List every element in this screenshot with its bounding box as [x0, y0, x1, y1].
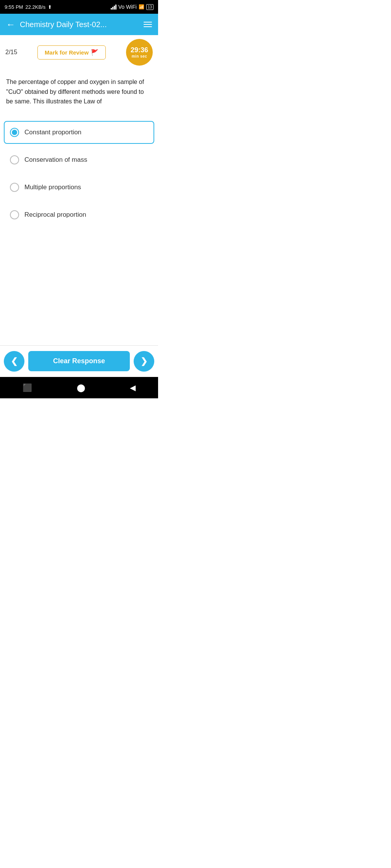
question-counter: 2/15	[5, 49, 17, 56]
wifi-signal-icon: 📶	[139, 4, 144, 10]
option-c[interactable]: Multiple proportions	[4, 176, 154, 199]
android-square-icon[interactable]: ⬛	[23, 383, 32, 392]
radio-inner-a	[12, 130, 17, 135]
wifi-icon: Vo WiFi	[118, 4, 137, 10]
android-nav-bar: ⬛ ⬤ ◀	[0, 377, 158, 398]
option-d-text: Reciprocal proportion	[24, 211, 86, 219]
menu-line-1	[144, 22, 152, 23]
back-button[interactable]: ←	[6, 19, 15, 30]
flag-icon: 🚩	[91, 49, 99, 56]
question-text: The percentage of copper and oxygen in s…	[6, 77, 152, 106]
status-bar: 9:55 PM 22.2KB/s ⬆ Vo WiFi 📶 13	[0, 0, 158, 14]
header: ← Chemistry Daily Test-02...	[0, 14, 158, 35]
status-time: 9:55 PM	[5, 4, 23, 10]
option-a[interactable]: Constant proportion	[4, 121, 154, 144]
spacer	[0, 231, 158, 345]
status-left: 9:55 PM 22.2KB/s ⬆	[5, 4, 52, 10]
menu-line-3	[144, 26, 152, 27]
sub-header: 2/15 Mark for Review 🚩 29:36 min sec	[0, 35, 158, 69]
option-c-text: Multiple proportions	[24, 184, 81, 191]
timer-label: min sec	[132, 54, 147, 58]
option-b[interactable]: Conservation of mass	[4, 148, 154, 171]
next-icon: ❯	[141, 356, 147, 366]
menu-button[interactable]	[144, 22, 152, 27]
radio-c	[10, 183, 19, 192]
prev-button[interactable]: ❮	[4, 351, 24, 372]
radio-a	[10, 128, 19, 137]
mark-for-review-button[interactable]: Mark for Review 🚩	[37, 45, 106, 60]
android-home-icon[interactable]: ⬤	[77, 383, 85, 392]
clear-response-button[interactable]: Clear Response	[28, 351, 130, 371]
option-b-text: Conservation of mass	[24, 156, 87, 164]
prev-icon: ❮	[11, 356, 18, 366]
header-title: Chemistry Daily Test-02...	[20, 20, 144, 29]
question-area: The percentage of copper and oxygen in s…	[0, 69, 158, 121]
radio-b	[10, 155, 19, 164]
mark-review-label: Mark for Review	[45, 49, 89, 56]
options-container: Constant proportion Conservation of mass…	[0, 121, 158, 231]
bottom-nav: ❮ Clear Response ❯	[0, 346, 158, 377]
timer-time: 29:36	[131, 46, 148, 55]
signal-icon	[111, 5, 116, 10]
battery-icon: 13	[146, 4, 153, 10]
network-icon: ⬆	[48, 4, 52, 10]
option-d[interactable]: Reciprocal proportion	[4, 203, 154, 226]
network-speed: 22.2KB/s	[25, 4, 45, 10]
menu-line-2	[144, 24, 152, 25]
next-button[interactable]: ❯	[134, 351, 154, 372]
status-right: Vo WiFi 📶 13	[111, 4, 153, 10]
radio-d	[10, 210, 19, 219]
android-back-icon[interactable]: ◀	[130, 383, 136, 392]
option-a-text: Constant proportion	[24, 129, 81, 136]
timer-circle: 29:36 min sec	[126, 39, 153, 66]
